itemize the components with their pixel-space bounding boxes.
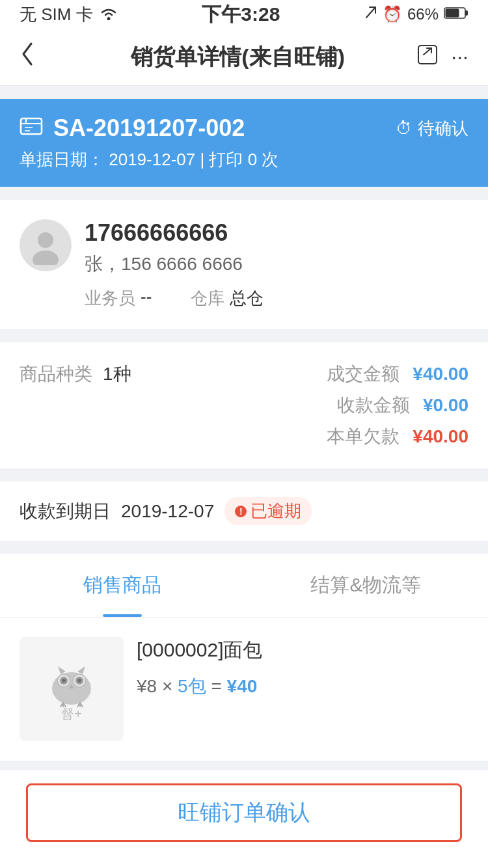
price-base: ¥8 × xyxy=(137,676,178,696)
order-date-row: 单据日期： 2019-12-07 | 打印 0 次 xyxy=(20,148,468,171)
alarm-icon: ⏰ xyxy=(383,5,402,23)
deal-amount-row: 成交金额 ¥40.00 xyxy=(327,362,468,387)
svg-rect-3 xyxy=(445,9,459,18)
customer-card: 17666666666 张，156 6666 6666 业务员 -- 仓库 总仓 xyxy=(0,200,488,329)
warehouse-label: 仓库 xyxy=(191,287,224,310)
battery-level: 66% xyxy=(407,5,439,23)
nav-actions: ··· xyxy=(417,44,468,70)
product-type-value: 1种 xyxy=(103,362,131,387)
due-date-label: 收款到期日 xyxy=(20,499,111,524)
status-time: 下午3:28 xyxy=(202,1,280,28)
salesperson-item: 业务员 -- xyxy=(85,287,152,310)
deal-amount-label: 成交金额 xyxy=(327,362,400,387)
svg-rect-2 xyxy=(465,10,468,16)
owed-amount-row: 本单欠款 ¥40.00 xyxy=(327,424,468,449)
due-date-value: 2019-12-07 xyxy=(121,501,214,522)
warehouse-value: 总仓 xyxy=(230,287,264,310)
svg-point-7 xyxy=(38,232,53,248)
print-info: 打印 0 次 xyxy=(209,150,278,169)
status-text: 待确认 xyxy=(418,117,468,140)
svg-point-12 xyxy=(62,679,66,683)
location-icon xyxy=(364,5,377,23)
clock-icon: ⏱ xyxy=(396,118,413,139)
tab-sales-products-label: 销售商品 xyxy=(83,574,161,595)
summary-card: 商品种类 1种 成交金额 ¥40.00 收款金额 ¥0.00 本单欠款 ¥40.… xyxy=(0,342,488,468)
customer-info: 17666666666 张，156 6666 6666 业务员 -- 仓库 总仓 xyxy=(85,219,468,310)
order-id-row: SA-20191207-002 ⏱ 待确认 xyxy=(20,115,468,142)
warehouse-item: 仓库 总仓 xyxy=(191,287,264,310)
received-amount-value: ¥0.00 xyxy=(423,395,468,416)
overdue-badge: ! 已逾期 xyxy=(224,497,312,525)
sim-label: 无 SIM 卡 xyxy=(20,3,93,26)
share-icon[interactable] xyxy=(417,44,438,70)
customer-section: 17666666666 张，156 6666 6666 业务员 -- 仓库 总仓 xyxy=(20,219,468,310)
date-separator: | xyxy=(200,150,209,169)
svg-rect-5 xyxy=(21,118,42,134)
svg-point-15 xyxy=(77,679,81,683)
customer-name: 张，156 6666 6666 xyxy=(85,252,468,277)
battery-icon xyxy=(444,5,468,23)
product-type-label: 商品种类 xyxy=(20,362,92,387)
product-item: 督+ [0000002]面包 ¥8 × 5包 = ¥40 xyxy=(0,617,488,761)
received-amount-row: 收款金额 ¥0.00 xyxy=(337,393,468,418)
product-name: [0000002]面包 xyxy=(137,637,468,664)
back-button[interactable] xyxy=(20,41,59,73)
confirm-button-container: 旺铺订单确认 xyxy=(0,770,488,868)
wifi-icon xyxy=(100,5,118,25)
salesperson-label: 业务员 xyxy=(85,287,135,310)
status-bar: 无 SIM 卡 下午3:28 ⏰ 66% xyxy=(0,0,488,29)
customer-meta: 业务员 -- 仓库 总仓 xyxy=(85,287,468,310)
avatar xyxy=(20,219,72,271)
nav-bar: 销货单详情(来自旺铺) ··· xyxy=(0,29,488,86)
amounts-section: 成交金额 ¥40.00 收款金额 ¥0.00 本单欠款 ¥40.00 xyxy=(327,362,468,449)
overdue-icon: ! xyxy=(235,506,247,517)
more-icon[interactable]: ··· xyxy=(451,45,468,69)
order-status: ⏱ 待确认 xyxy=(396,117,468,140)
salesperson-value: -- xyxy=(141,287,152,310)
svg-marker-17 xyxy=(58,666,66,674)
received-amount-label: 收款金额 xyxy=(337,393,410,418)
product-type-section: 商品种类 1种 xyxy=(20,362,131,387)
summary-row: 商品种类 1种 成交金额 ¥40.00 收款金额 ¥0.00 本单欠款 ¥40.… xyxy=(20,362,468,449)
owed-amount-label: 本单欠款 xyxy=(327,424,400,449)
status-right: ⏰ 66% xyxy=(364,5,468,23)
page-title: 销货单详情(来自旺铺) xyxy=(131,42,345,72)
order-date: 2019-12-07 xyxy=(109,150,195,169)
tabs-header: 销售商品 结算&物流等 xyxy=(0,554,488,617)
owed-amount-value: ¥40.00 xyxy=(413,426,468,447)
overdue-text: 已逾期 xyxy=(251,500,301,522)
customer-phone: 17666666666 xyxy=(85,219,468,247)
tabs-section: 销售商品 结算&物流等 xyxy=(0,554,488,761)
tab-settlement[interactable]: 结算&物流等 xyxy=(244,554,488,617)
order-id: SA-20191207-002 xyxy=(53,115,245,142)
date-label: 单据日期： xyxy=(20,150,104,169)
confirm-order-button[interactable]: 旺铺订单确认 xyxy=(26,783,462,842)
product-logo: 督+ xyxy=(42,656,101,723)
tab-sales-products[interactable]: 销售商品 xyxy=(0,554,244,617)
due-date-section: 收款到期日 2019-12-07 ! 已逾期 xyxy=(0,481,488,541)
deal-amount-value: ¥40.00 xyxy=(413,364,468,385)
price-qty: 5包 xyxy=(178,676,206,696)
product-details: [0000002]面包 ¥8 × 5包 = ¥40 xyxy=(137,637,468,741)
product-price: ¥8 × 5包 = ¥40 xyxy=(137,674,468,699)
order-icon xyxy=(20,117,43,140)
status-left: 无 SIM 卡 xyxy=(20,3,118,26)
price-total: ¥40 xyxy=(227,676,258,696)
tab-settlement-label: 结算&物流等 xyxy=(310,574,421,595)
svg-marker-18 xyxy=(77,666,85,674)
order-header: SA-20191207-002 ⏱ 待确认 单据日期： 2019-12-07 |… xyxy=(0,99,488,187)
price-eq: = xyxy=(206,676,227,696)
product-thumbnail: 督+ xyxy=(20,637,124,741)
svg-point-0 xyxy=(107,17,110,20)
